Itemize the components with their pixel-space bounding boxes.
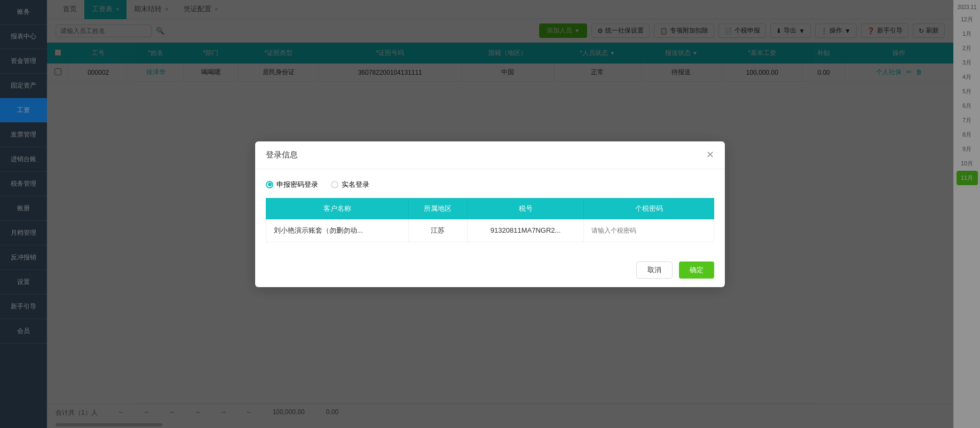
dialog-close-icon[interactable]: ✕ <box>706 150 714 160</box>
dialog-col-tax-number: 税号 <box>467 198 584 219</box>
client-tax-number-cell: 91320811MA7NGR2... <box>467 219 584 242</box>
client-name-cell: 刘小艳演示账套（勿删勿动... <box>266 219 409 242</box>
dialog-footer: 取消 确定 <box>255 253 725 287</box>
tax-password-input[interactable] <box>591 227 706 234</box>
dialog-col-client: 客户名称 <box>266 198 409 219</box>
client-region-cell: 江苏 <box>408 219 467 242</box>
radio-realname-login[interactable]: 实名登录 <box>331 180 369 189</box>
confirm-button[interactable]: 确定 <box>679 261 714 279</box>
client-table: 客户名称 所属地区 税号 个税密码 刘小艳演示账套（勿删勿动... 江苏 913… <box>266 198 714 242</box>
client-tax-password-cell[interactable] <box>584 219 714 242</box>
login-type-radio-group: 申报密码登录 实名登录 <box>266 180 714 189</box>
dialog-col-region: 所属地区 <box>408 198 467 219</box>
dialog-header: 登录信息 ✕ <box>255 141 725 169</box>
dialog-col-tax-password: 个税密码 <box>584 198 714 219</box>
dialog-body: 申报密码登录 实名登录 客户名称 所属地区 税号 个税密码 <box>255 169 725 253</box>
radio-password-icon <box>266 181 273 188</box>
radio-realname-icon <box>331 181 338 188</box>
cancel-button[interactable]: 取消 <box>636 261 673 279</box>
dialog-overlay: 登录信息 ✕ 申报密码登录 实名登录 客户名称 <box>0 0 980 428</box>
login-dialog: 登录信息 ✕ 申报密码登录 实名登录 客户名称 <box>255 141 725 287</box>
dialog-title: 登录信息 <box>266 150 298 160</box>
radio-password-login[interactable]: 申报密码登录 <box>266 180 318 189</box>
client-table-row: 刘小艳演示账套（勿删勿动... 江苏 91320811MA7NGR2... <box>266 219 714 242</box>
